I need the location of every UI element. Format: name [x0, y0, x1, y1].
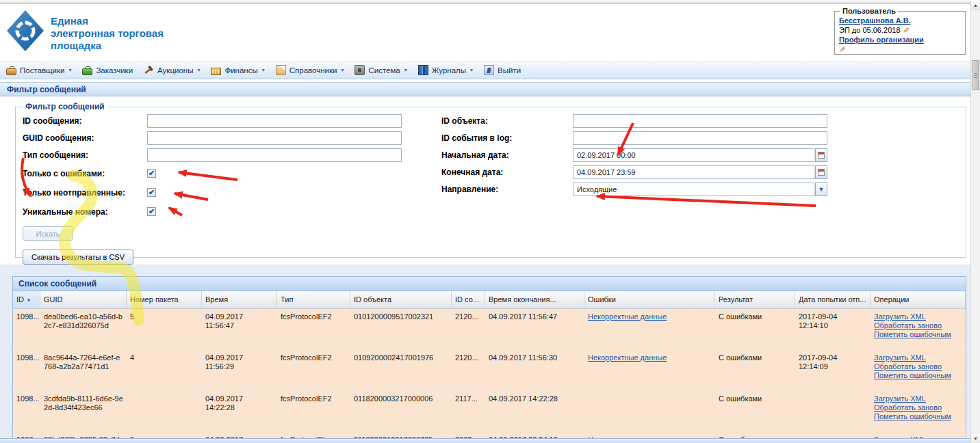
select-trigger-button[interactable]: ▼ — [815, 183, 827, 196]
table-cell: 0118200003217000006 — [350, 391, 452, 431]
operation-link[interactable]: Загрузить XML — [874, 353, 926, 362]
field-label: ID объекта: — [441, 116, 573, 126]
column-header-10[interactable]: Результат — [715, 291, 795, 308]
menu-item-label: Заказчики — [96, 66, 133, 75]
column-header-7[interactable]: ID со... — [452, 291, 485, 308]
download-csv-button[interactable]: Скачать результаты в CSV — [23, 250, 133, 265]
column-header-4[interactable]: Время — [202, 291, 277, 308]
table-title: Список сообщений — [13, 277, 966, 291]
menu-item-Аукционы[interactable]: Аукционы▾ — [144, 65, 200, 75]
operation-link[interactable]: Загрузить XML — [874, 394, 926, 403]
filter-section: Фильтр сообщений ID сообщения:GUID сообщ… — [0, 96, 980, 265]
table-cell: 04.09.2017 14:22:28 — [202, 391, 277, 431]
menu-item-Выйти[interactable]: Выйти — [484, 65, 521, 75]
chevron-down-icon: ▼ — [818, 186, 825, 193]
column-header-2[interactable]: GUID — [40, 291, 127, 308]
table-cell: 04.09.2017 11:56:30 — [485, 350, 584, 390]
table-cell: 2017-09-04 12:14:09 — [795, 350, 871, 390]
filter-field-row: Направление:Исходящие▼ — [441, 181, 959, 198]
operation-link[interactable]: Обработать заново — [874, 321, 942, 330]
dropdown-arrow-icon: ▾ — [404, 67, 407, 73]
filter-field-row: GUID сообщения: — [23, 130, 441, 146]
error-link[interactable]: Некорректные данные — [588, 312, 667, 321]
text-input[interactable] — [147, 148, 402, 162]
scroll-down-icon[interactable]: ▼ — [971, 433, 980, 443]
field-label: ID сообщения: — [23, 116, 147, 126]
briefcase-green-icon — [82, 68, 92, 75]
text-input[interactable] — [573, 131, 827, 145]
column-header-3[interactable]: Номер пакета — [127, 291, 202, 308]
calendar-button[interactable] — [815, 148, 827, 162]
operation-link[interactable]: Пометить ошибочным — [874, 330, 951, 338]
date-input[interactable] — [573, 148, 814, 162]
vertical-scrollbar[interactable]: ▲ ▼ — [970, 0, 980, 443]
direction-select[interactable]: Исходящие — [573, 183, 814, 196]
operation-link[interactable]: Обработать заново — [874, 362, 942, 371]
table-row: 1098...8ac9644a-7264-e6ef-e768-a2b2a7747… — [13, 350, 966, 391]
search-button[interactable]: Искать — [23, 226, 73, 241]
operation-line: Пометить ошибочным — [874, 412, 962, 421]
user-name-link[interactable]: Бесстрашнова А.В. — [839, 16, 911, 25]
operation-line: Загрузить XML — [874, 353, 962, 362]
operation-link[interactable]: Загрузить XML — [874, 312, 926, 321]
field-label: Конечная дата: — [441, 167, 573, 177]
filter-legend: Фильтр сообщений — [23, 102, 107, 111]
calendar-button[interactable] — [815, 165, 827, 179]
checkbox[interactable]: ✔ — [147, 169, 156, 178]
org-profile-link[interactable]: Профиль организации — [839, 36, 924, 44]
table-cell: 3cdfda9b-8111-6d6e-9e2d-8d34f423ec66 — [40, 391, 127, 431]
scroll-up-icon[interactable]: ▲ — [971, 0, 980, 10]
operations-cell: Загрузить XMLОбработать зановоПометить о… — [871, 391, 966, 431]
dropdown-arrow-icon: ▾ — [262, 67, 265, 73]
operation-line: Загрузить XML — [874, 394, 962, 403]
table-body: 1098...dea0bed6-ea10-a56d-b2c7-e831d3260… — [13, 309, 966, 439]
column-header-5[interactable]: Тип — [277, 291, 350, 308]
text-input[interactable] — [573, 114, 827, 128]
field-label: ID события в log: — [441, 133, 573, 143]
table-row: 1098...3cdfda9b-8111-6d6e-9e2d-8d34f423e… — [13, 391, 966, 432]
table-cell: 2120... — [452, 309, 485, 349]
calendar-icon — [818, 152, 825, 159]
filter-field-row: ID объекта: — [441, 113, 959, 129]
error-link[interactable]: Некорректные данные — [588, 353, 667, 362]
filter-checkboxes: Только с ошибками:✔Только неотправленные… — [23, 164, 441, 221]
column-header-8[interactable]: Время окончания... — [485, 291, 584, 308]
menu-item-Финансы[interactable]: Финансы▾ — [211, 66, 264, 75]
table-cell: 04.09.2017 11:56:47 — [202, 309, 277, 349]
edit-pencil-icon[interactable]: ✎ — [901, 27, 910, 33]
menu-item-Справочники[interactable]: Справочники▾ — [276, 65, 344, 75]
operation-link[interactable]: Обработать заново — [874, 403, 942, 412]
window-bottom-edge — [0, 438, 970, 443]
date-input[interactable] — [573, 165, 814, 179]
operation-line: Загрузить XML — [874, 312, 962, 321]
menu-item-Журналы[interactable]: Журналы▾ — [418, 65, 473, 75]
filter-field-row: Начальная дата: — [441, 147, 959, 163]
edit-pencil-icon[interactable]: ✎ — [838, 46, 847, 52]
reference-book-icon — [276, 65, 286, 75]
messages-panel: Список сообщений ID▼GUIDНомер пакетаВрем… — [12, 276, 966, 440]
menu-item-Система[interactable]: Система▾ — [354, 65, 407, 75]
table-cell: 8ac9644a-7264-e6ef-e768-a2b2a77471d1 — [40, 350, 127, 390]
column-header-12[interactable]: Операции — [871, 291, 966, 308]
scrollbar-thumb[interactable] — [972, 60, 979, 90]
menu-item-Поставщики[interactable]: Поставщики▾ — [6, 66, 71, 75]
eetp-logo — [5, 9, 45, 56]
column-header-1[interactable]: ID▼ — [13, 291, 40, 308]
table-cell: 2017-09-04 12:14:10 — [795, 309, 871, 349]
column-header-11[interactable]: Дата попытки отп... — [795, 291, 871, 308]
field-label: Тип сообщения: — [23, 150, 147, 160]
table-cell: 4 — [127, 350, 202, 390]
checkbox[interactable]: ✔ — [147, 188, 156, 197]
column-header-9[interactable]: Ошибки — [584, 291, 715, 308]
operation-link[interactable]: Пометить ошибочным — [874, 412, 951, 420]
brand-title: Единая электронная торговая площадка — [51, 15, 164, 52]
checkbox[interactable]: ✔ — [147, 207, 156, 216]
operation-link[interactable]: Пометить ошибочным — [874, 371, 951, 379]
text-input[interactable] — [147, 114, 402, 128]
calendar-icon — [818, 169, 825, 176]
field-label: Направление: — [441, 185, 573, 194]
text-input[interactable] — [147, 131, 402, 145]
errors-cell — [584, 391, 715, 431]
menu-item-Заказчики[interactable]: Заказчики — [82, 66, 133, 75]
column-header-6[interactable]: ID объекта — [350, 291, 452, 308]
